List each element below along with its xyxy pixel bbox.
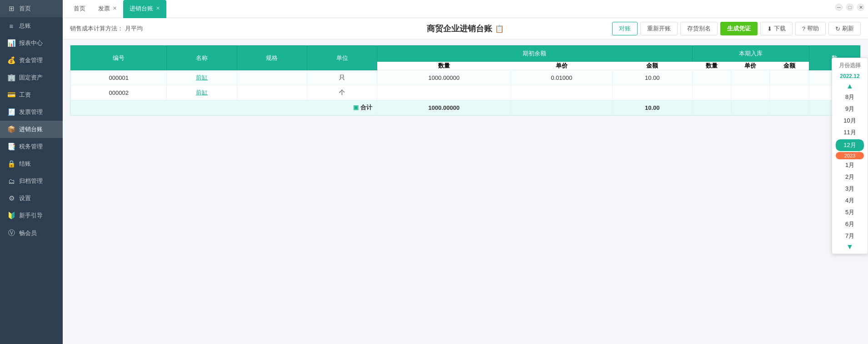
col-header-spec: 规格 (237, 46, 307, 70)
month-panel-header: 月份选择 (832, 60, 868, 71)
sub-col-inbound-price: 单价 (731, 62, 769, 70)
sidebar-item-label: 资金管理 (19, 56, 43, 64)
total-inbound-price (731, 100, 769, 115)
title-icon: 📋 (495, 25, 504, 33)
sidebar-item-payroll[interactable]: 💳 工资 (0, 86, 63, 103)
tab-home-label: 首页 (74, 5, 85, 13)
sub-col-opening-qty: 数量 (377, 62, 511, 70)
minimize-button[interactable]: ─ (835, 4, 843, 11)
month-item-1[interactable]: 1月 (832, 159, 868, 171)
home-icon: ⊞ (7, 5, 15, 13)
ledger-icon: ≡ (7, 22, 15, 30)
sidebar-item-tax[interactable]: 📑 税务管理 (0, 138, 63, 155)
sidebar-item-label: 报表中心 (19, 39, 43, 47)
sidebar-item-label: 新手引导 (19, 211, 43, 220)
row-inbound-qty (692, 85, 731, 100)
month-nav-up[interactable]: ▲ (832, 81, 868, 91)
cost-method-label: 销售成本计算方法： (70, 25, 123, 32)
sidebar-item-purchase-sales[interactable]: 📦 进销台账 (0, 121, 63, 138)
reconcile-button[interactable]: 对账 (612, 22, 638, 35)
month-nav-down[interactable]: ▼ (832, 242, 868, 252)
sidebar-item-label: 总账 (19, 22, 31, 30)
save-alias-button[interactable]: 存货别名 (680, 22, 718, 35)
row-inbound-qty (692, 70, 731, 85)
month-item-8[interactable]: 8月 (832, 91, 868, 103)
row-opening-price (511, 85, 612, 100)
sidebar-item-guide[interactable]: 🔰 新手引导 (0, 207, 63, 224)
download-label: 下载 (774, 25, 786, 33)
row-spec (237, 70, 307, 85)
reopen-button[interactable]: 重新开账 (640, 22, 678, 35)
tab-home[interactable]: 首页 (67, 0, 92, 18)
sidebar-item-label: 畅会员 (19, 229, 37, 237)
row-unit: 个 (307, 85, 377, 100)
month-item-6[interactable]: 6月 (832, 218, 868, 230)
archive-icon: 🗂 (7, 177, 15, 185)
tab-bar: 首页 发票 ✕ 进销台账 ✕ (63, 0, 868, 18)
purchase-sales-table: 编号 名称 规格 单位 期初余额 本期入库 数 数量 单价 金额 数 (70, 45, 860, 115)
name-link[interactable]: 前缸 (196, 74, 208, 81)
refresh-label: 刷新 (842, 25, 854, 33)
month-item-5[interactable]: 5月 (832, 206, 868, 218)
total-opening-price (511, 100, 612, 115)
invoice-icon: 🧾 (7, 108, 15, 116)
sub-col-opening-amount: 金额 (612, 62, 692, 70)
row-inbound-amount (770, 85, 809, 100)
refresh-button[interactable]: ↻ 刷新 (828, 22, 861, 35)
sidebar-item-settings[interactable]: ⚙ 设置 (0, 190, 63, 207)
row-inbound-price (731, 70, 769, 85)
month-item-9[interactable]: 9月 (832, 103, 868, 115)
guide-icon: 🔰 (7, 211, 15, 220)
payroll-icon: 💳 (7, 91, 15, 99)
sidebar-item-label: 固定资产 (19, 74, 43, 82)
sidebar-item-label: 税务管理 (19, 143, 43, 151)
help-button[interactable]: ? 帮助 (795, 22, 826, 35)
year-2023-badge: 2023 (836, 152, 864, 159)
row-opening-amount (612, 85, 692, 100)
sidebar-item-vip[interactable]: Ⓥ 畅会员 (0, 224, 63, 242)
month-item-2[interactable]: 2月 (832, 171, 868, 183)
page-title-text: 商贸企业进销台账 (427, 23, 492, 34)
sidebar-item-invoice-mgmt[interactable]: 🧾 发票管理 (0, 103, 63, 121)
total-row: ▣合计 1000.00000 10.00 (71, 100, 860, 115)
sidebar-item-fixed-assets[interactable]: 🏢 固定资产 (0, 69, 63, 86)
tab-purchase-sales[interactable]: 进销台账 ✕ (123, 0, 166, 18)
maximize-button[interactable]: □ (846, 4, 853, 11)
help-icon: ? (802, 25, 805, 32)
toolbar: 销售成本计算方法： 月平均 商贸企业进销台账 📋 对账 重新开账 存货别名 生成… (63, 18, 868, 39)
sidebar-item-label: 首页 (19, 5, 31, 13)
month-item-11[interactable]: 11月 (832, 127, 868, 138)
sidebar-item-archive[interactable]: 🗂 归档管理 (0, 172, 63, 190)
total-icon: ▣ (353, 104, 359, 111)
sidebar-item-reports[interactable]: 📊 报表中心 (0, 34, 63, 52)
generate-voucher-button[interactable]: 生成凭证 (720, 22, 758, 35)
row-id: 000002 (71, 85, 167, 100)
month-item-7[interactable]: 7月 (832, 230, 868, 242)
sidebar-item-label: 进销台账 (19, 125, 43, 133)
sub-col-opening-price: 单价 (511, 62, 612, 70)
month-panel: 月份选择 2022.12 ▲ 8月 9月 10月 11月 12月 2023 1月… (832, 58, 868, 254)
sidebar-item-general-ledger[interactable]: ≡ 总账 (0, 17, 63, 34)
sidebar-item-funds[interactable]: 💰 资金管理 (0, 52, 63, 69)
name-link[interactable]: 前缸 (196, 89, 208, 96)
row-spec (237, 85, 307, 100)
tab-invoice[interactable]: 发票 ✕ (92, 0, 123, 18)
page-title: 商贸企业进销台账 📋 (427, 23, 504, 34)
month-item-4[interactable]: 4月 (832, 195, 868, 206)
close-button[interactable]: ✕ (857, 4, 864, 11)
current-year-display: 2022.12 (832, 71, 868, 81)
sub-col-inbound-amount: 金额 (770, 62, 809, 70)
tab-purchase-sales-close[interactable]: ✕ (156, 5, 160, 11)
help-label: 帮助 (807, 25, 819, 33)
total-label: ▣合计 (71, 100, 377, 115)
month-item-3[interactable]: 3月 (832, 183, 868, 195)
sidebar-item-home[interactable]: ⊞ 首页 (0, 0, 63, 17)
month-item-12[interactable]: 12月 (836, 139, 864, 151)
month-item-10[interactable]: 10月 (832, 115, 868, 127)
sidebar-item-closing[interactable]: 🔒 结账 (0, 155, 63, 172)
sidebar-item-label: 设置 (19, 194, 31, 202)
row-opening-qty: 1000.00000 (377, 70, 511, 85)
download-button[interactable]: ⬇ 下载 (760, 22, 793, 35)
tab-invoice-close[interactable]: ✕ (113, 5, 117, 11)
main-area: ─ □ ✕ 首页 发票 ✕ 进销台账 ✕ 销售成本计算方法： 月平均 商贸企业进… (63, 0, 868, 344)
